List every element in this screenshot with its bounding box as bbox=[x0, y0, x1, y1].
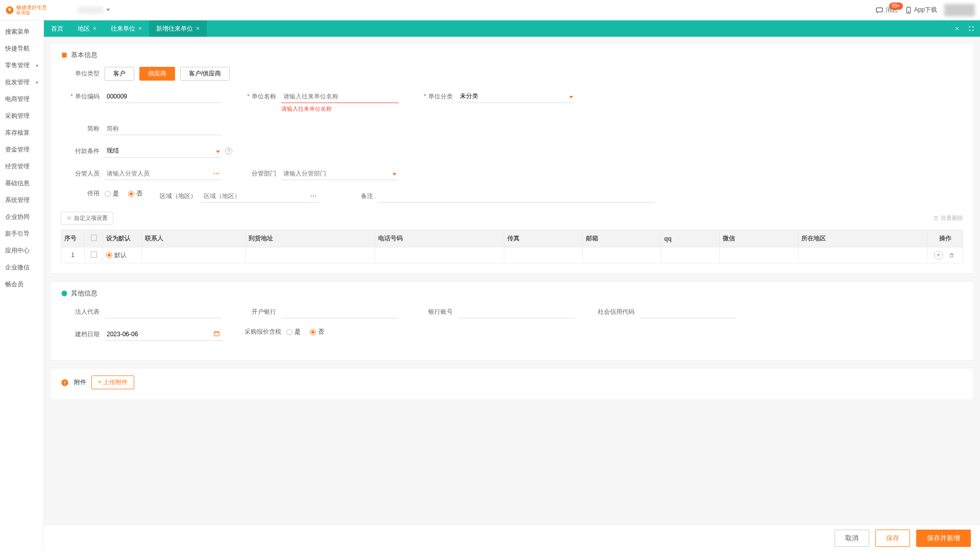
chevron-down-icon[interactable] bbox=[569, 93, 573, 100]
qq-cell[interactable] bbox=[661, 247, 720, 263]
tab-partners[interactable]: 往来单位× bbox=[104, 20, 149, 37]
messages-badge: 99+ bbox=[889, 3, 903, 10]
unit-code-input[interactable] bbox=[105, 90, 222, 103]
close-icon[interactable]: × bbox=[93, 25, 96, 32]
sidebar-item-finance[interactable]: 资金管理 bbox=[0, 141, 43, 158]
wechat-cell[interactable] bbox=[720, 247, 798, 263]
pay-terms-select[interactable] bbox=[105, 144, 222, 158]
close-icon[interactable]: × bbox=[196, 25, 200, 32]
contact-cell[interactable] bbox=[142, 247, 246, 263]
close-all-tabs-button[interactable] bbox=[951, 23, 963, 34]
trash-icon bbox=[933, 215, 939, 221]
section-icon bbox=[61, 52, 68, 59]
sidebar-item-quicknav[interactable]: 快捷导航 bbox=[0, 40, 43, 57]
user-avatar[interactable] bbox=[944, 4, 975, 16]
legal-rep-input[interactable] bbox=[105, 305, 222, 318]
brand-edition: 标准版 bbox=[16, 10, 47, 15]
unit-name-input[interactable] bbox=[281, 90, 399, 103]
chevron-down-icon[interactable] bbox=[216, 147, 220, 155]
save-button[interactable]: 保存 bbox=[875, 530, 910, 547]
bank-label: 开户银行 bbox=[237, 308, 281, 316]
credit-code-input[interactable] bbox=[640, 305, 737, 318]
add-row-button[interactable]: + bbox=[934, 251, 943, 260]
sidebar-item-inventory[interactable]: 库存核算 bbox=[0, 124, 43, 141]
topbar: 畅捷通好生意 标准版 消息 99+ App下载 bbox=[0, 0, 980, 20]
col-check bbox=[85, 230, 103, 247]
svg-rect-3 bbox=[62, 53, 66, 57]
brand-name: 畅捷通好生意 bbox=[16, 5, 47, 10]
message-icon bbox=[875, 6, 884, 14]
region-input[interactable] bbox=[202, 189, 319, 203]
sidebar-item-search[interactable]: 搜索菜单 bbox=[0, 23, 43, 40]
unit-category-select[interactable] bbox=[458, 90, 575, 103]
department-select[interactable] bbox=[281, 167, 399, 180]
disabled-no-radio[interactable]: 否 bbox=[128, 189, 142, 198]
org-selector[interactable] bbox=[78, 7, 110, 14]
sidebar-item-purchase[interactable]: 采购管理 bbox=[0, 108, 43, 124]
sidebar-item-guide[interactable]: 新手引导 bbox=[0, 226, 43, 242]
archive-date-label: 建档日期 bbox=[61, 330, 105, 339]
bulk-delete-button[interactable]: 批量删除 bbox=[933, 214, 963, 222]
fax-cell[interactable] bbox=[504, 247, 582, 263]
select-all-checkbox[interactable] bbox=[91, 235, 97, 241]
bank-account-input[interactable] bbox=[458, 305, 575, 318]
save-and-add-button[interactable]: 保存并新增 bbox=[916, 530, 971, 547]
sidebar-item-basicinfo[interactable]: 基础信息 bbox=[0, 175, 43, 192]
help-icon[interactable]: ? bbox=[225, 147, 232, 155]
col-region: 所在地区 bbox=[798, 230, 927, 247]
tab-home[interactable]: 首页 bbox=[44, 20, 70, 37]
more-icon[interactable]: ⋯ bbox=[213, 170, 220, 177]
fullscreen-button[interactable] bbox=[966, 23, 977, 34]
unit-type-customer[interactable]: 客户 bbox=[105, 67, 134, 81]
attachments-section: 附件 + 上传附件 bbox=[50, 368, 974, 400]
sidebar-item-appcenter[interactable]: 应用中心 bbox=[0, 242, 43, 259]
unit-type-supplier[interactable]: 供应商 bbox=[139, 67, 175, 81]
default-radio[interactable]: 默认 bbox=[106, 251, 138, 260]
archive-date-input[interactable] bbox=[105, 328, 222, 341]
table-row: 1 默认 bbox=[61, 247, 963, 263]
manager-label: 分管人员 bbox=[61, 169, 105, 178]
purchase-tax-label: 采购报价含税 bbox=[237, 328, 286, 336]
email-cell[interactable] bbox=[582, 247, 661, 263]
sidebar-item-operation[interactable]: 经营管理 bbox=[0, 158, 43, 175]
remark-input[interactable] bbox=[378, 189, 654, 203]
manager-input[interactable] bbox=[105, 167, 222, 180]
sidebar-item-system[interactable]: 系统管理 bbox=[0, 192, 43, 209]
app-download-button[interactable]: App下载 bbox=[905, 6, 937, 14]
sidebar-item-member[interactable]: 畅会员 bbox=[0, 276, 43, 293]
phone-cell[interactable] bbox=[375, 247, 504, 263]
tab-add-partner[interactable]: 新增往来单位× bbox=[149, 20, 207, 37]
upload-attachment-button[interactable]: + 上传附件 bbox=[91, 375, 134, 389]
sidebar-item-wecom[interactable]: 企业微信 bbox=[0, 259, 43, 276]
custom-fields-button[interactable]: 自定义项设置 bbox=[61, 212, 113, 224]
sidebar-item-ecommerce[interactable]: 电商管理 bbox=[0, 91, 43, 108]
section-title: 基本信息 bbox=[71, 51, 97, 60]
close-icon[interactable]: × bbox=[138, 25, 142, 32]
bank-input[interactable] bbox=[281, 305, 399, 318]
disabled-yes-radio[interactable]: 是 bbox=[105, 189, 119, 198]
purchase-tax-yes-radio[interactable]: 是 bbox=[286, 328, 301, 336]
chevron-down-icon[interactable] bbox=[393, 170, 397, 177]
short-name-input[interactable] bbox=[105, 122, 222, 135]
basic-info-section: 基本信息 单位类型 客户 供应商 客户/供应商 bbox=[50, 43, 974, 274]
sidebar-item-coop[interactable]: 企业协同 bbox=[0, 209, 43, 226]
caret-down-icon: ▾ bbox=[36, 80, 38, 85]
messages-button[interactable]: 消息 99+ bbox=[875, 6, 898, 14]
calendar-icon[interactable] bbox=[213, 330, 220, 338]
sidebar-item-wholesale[interactable]: 批发管理▾ bbox=[0, 74, 43, 91]
region-cell[interactable] bbox=[798, 247, 927, 263]
short-name-label: 简称 bbox=[61, 124, 105, 133]
unit-type-both[interactable]: 客户/供应商 bbox=[180, 67, 230, 81]
unit-code-label: 单位编码 bbox=[61, 92, 105, 101]
more-icon[interactable]: ⋯ bbox=[310, 192, 317, 199]
unit-type-label: 单位类型 bbox=[61, 69, 105, 78]
tab-region[interactable]: 地区× bbox=[70, 20, 104, 37]
brand-icon bbox=[5, 6, 14, 15]
delete-row-button[interactable] bbox=[947, 251, 957, 260]
row-checkbox[interactable] bbox=[91, 252, 97, 258]
cancel-button[interactable]: 取消 bbox=[835, 530, 869, 547]
sidebar-item-retail[interactable]: 零售管理▾ bbox=[0, 57, 43, 74]
purchase-tax-no-radio[interactable]: 否 bbox=[310, 328, 324, 336]
address-cell[interactable] bbox=[246, 247, 375, 263]
section-title: 其他信息 bbox=[71, 289, 97, 298]
